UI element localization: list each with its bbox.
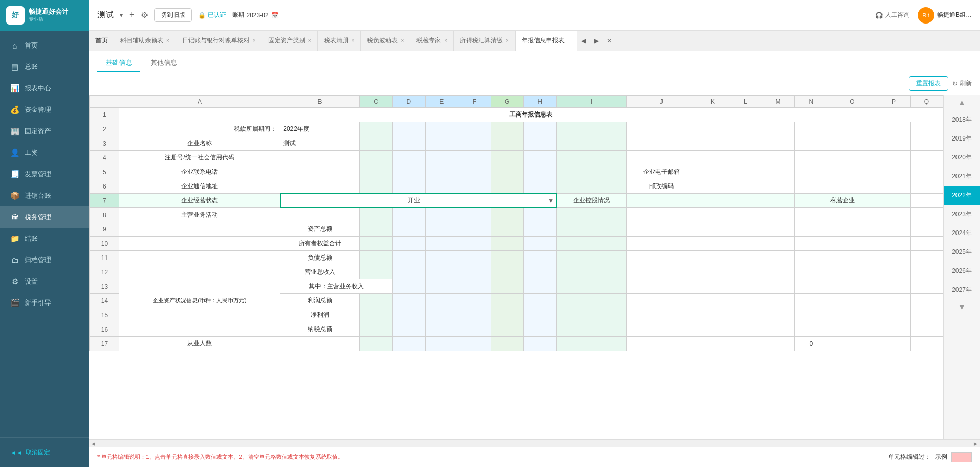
cell-16g[interactable] bbox=[491, 322, 524, 337]
cell-6f[interactable] bbox=[458, 179, 491, 194]
cell-13k[interactable] bbox=[696, 279, 729, 294]
cell-4c[interactable] bbox=[360, 151, 393, 165]
cell-12e[interactable] bbox=[425, 265, 458, 279]
cell-17o[interactable] bbox=[827, 337, 877, 351]
user-profile[interactable]: Rit 畅捷通B组… bbox=[918, 7, 972, 24]
horizontal-scrollbar[interactable]: ◄ ► bbox=[89, 439, 980, 447]
year-item-2025[interactable]: 2025年 bbox=[944, 243, 980, 262]
cell-5q[interactable] bbox=[910, 165, 943, 179]
sidebar-item-guide[interactable]: 🎬 新手引导 bbox=[0, 292, 89, 314]
cell-2e[interactable] bbox=[425, 122, 458, 136]
cell-7k[interactable] bbox=[626, 194, 696, 208]
sidebar-item-settings[interactable]: ⚙ 设置 bbox=[0, 271, 89, 292]
cell-4e[interactable] bbox=[425, 151, 458, 165]
cell-3m[interactable] bbox=[762, 136, 794, 151]
cell-10j[interactable] bbox=[626, 237, 696, 251]
inner-tab-other[interactable]: 其他信息 bbox=[142, 55, 185, 72]
scroll-left-button[interactable]: ◄ bbox=[89, 440, 99, 447]
tab-taxlist[interactable]: 税表清册 × bbox=[318, 31, 361, 51]
cell-2n[interactable] bbox=[795, 122, 827, 136]
cell-15n[interactable] bbox=[795, 308, 827, 322]
sidebar-item-assets[interactable]: 🏢 固定资产 bbox=[0, 121, 89, 142]
cell-16o[interactable] bbox=[827, 322, 877, 337]
cell-2j[interactable] bbox=[626, 122, 696, 136]
tab-journal[interactable]: 日记账与银行对账单核对 × bbox=[176, 31, 262, 51]
sidebar-item-stock[interactable]: 📦 进销台账 bbox=[0, 185, 89, 206]
year-item-2018[interactable]: 2018年 bbox=[944, 110, 980, 129]
cell-14m[interactable] bbox=[762, 294, 794, 308]
cell-9e[interactable] bbox=[425, 222, 458, 237]
cell-11f[interactable] bbox=[458, 251, 491, 265]
cell-13g[interactable] bbox=[491, 279, 524, 294]
cell-8p[interactable] bbox=[877, 208, 910, 222]
cell-15e[interactable] bbox=[425, 308, 458, 322]
cell-11h[interactable] bbox=[524, 251, 556, 265]
cell-5e[interactable] bbox=[425, 165, 458, 179]
cell-5i[interactable] bbox=[556, 165, 626, 179]
tab-expand[interactable]: ⛶ bbox=[616, 37, 630, 44]
cell-3b[interactable]: 测试 bbox=[280, 136, 360, 151]
cell-13p[interactable] bbox=[877, 279, 910, 294]
cell-13d[interactable] bbox=[393, 279, 425, 294]
cell-2l[interactable] bbox=[729, 122, 762, 136]
cell-10d[interactable] bbox=[393, 237, 425, 251]
cell-17j[interactable] bbox=[626, 337, 696, 351]
cell-14l[interactable] bbox=[729, 294, 762, 308]
sidebar-item-home[interactable]: ⌂ 首页 bbox=[0, 35, 89, 56]
dropdown-arrow-icon[interactable]: ▼ bbox=[548, 197, 556, 204]
cell-2i[interactable] bbox=[556, 122, 626, 136]
cell-16c[interactable] bbox=[360, 322, 393, 337]
cell-12g[interactable] bbox=[491, 265, 524, 279]
cell-9q[interactable] bbox=[910, 222, 943, 237]
spreadsheet-wrapper[interactable]: A B C D E F G H I J bbox=[89, 95, 943, 439]
cell-17n[interactable]: 0 bbox=[795, 337, 827, 351]
cell-11o[interactable] bbox=[827, 251, 877, 265]
cell-17g[interactable] bbox=[491, 337, 524, 351]
cell-15o[interactable] bbox=[827, 308, 877, 322]
cell-8j[interactable] bbox=[626, 208, 696, 222]
cell-9k[interactable] bbox=[696, 222, 729, 237]
tab-taxcheck-close[interactable]: × bbox=[444, 38, 447, 43]
cell-14o[interactable] bbox=[827, 294, 877, 308]
cell-11d[interactable] bbox=[393, 251, 425, 265]
cell-13e[interactable] bbox=[425, 279, 458, 294]
year-item-2024[interactable]: 2024年 bbox=[944, 224, 980, 243]
cell-14c[interactable] bbox=[360, 294, 393, 308]
cell-10e[interactable] bbox=[425, 237, 458, 251]
cell-9f[interactable] bbox=[458, 222, 491, 237]
cell-14q[interactable] bbox=[910, 294, 943, 308]
sidebar-item-tax[interactable]: 🏛 税务管理 bbox=[0, 206, 89, 228]
cell-12q[interactable] bbox=[910, 265, 943, 279]
cell-15c[interactable] bbox=[360, 308, 393, 322]
cell-6q[interactable] bbox=[910, 179, 943, 194]
cell-6e[interactable] bbox=[425, 179, 458, 194]
cell-9l[interactable] bbox=[729, 222, 762, 237]
cell-12p[interactable] bbox=[877, 265, 910, 279]
cell-4j[interactable] bbox=[626, 151, 696, 165]
cell-12o[interactable] bbox=[827, 265, 877, 279]
cell-5n[interactable] bbox=[795, 165, 827, 179]
cell-15k[interactable] bbox=[696, 308, 729, 322]
tab-fixed[interactable]: 固定资产类别 × bbox=[262, 31, 318, 51]
cell-16n[interactable] bbox=[795, 322, 827, 337]
cell-13f[interactable] bbox=[458, 279, 491, 294]
cell-10m[interactable] bbox=[762, 237, 794, 251]
cell-8k[interactable] bbox=[696, 208, 729, 222]
refresh-button[interactable]: ↻ 刷新 bbox=[952, 79, 972, 88]
cell-2k[interactable] bbox=[696, 122, 729, 136]
cell-4f[interactable] bbox=[458, 151, 491, 165]
reset-report-button[interactable]: 重置报表 bbox=[909, 76, 948, 91]
tab-subject[interactable]: 科目辅助余额表 × bbox=[114, 31, 176, 51]
cell-8c[interactable] bbox=[360, 208, 393, 222]
cell-15f[interactable] bbox=[458, 308, 491, 322]
cell-15d[interactable] bbox=[393, 308, 425, 322]
tab-prev-nav[interactable]: ◀ bbox=[577, 37, 590, 44]
cell-10h[interactable] bbox=[524, 237, 556, 251]
cell-11k[interactable] bbox=[696, 251, 729, 265]
old-version-button[interactable]: 切到旧版 bbox=[154, 8, 192, 22]
cell-10f[interactable] bbox=[458, 237, 491, 251]
cell-12i[interactable] bbox=[556, 265, 626, 279]
cell-7c-dropdown[interactable]: 开业 ▼ bbox=[280, 194, 556, 208]
cell-6g[interactable] bbox=[491, 179, 524, 194]
topbar-gear-button[interactable]: ⚙ bbox=[141, 10, 148, 20]
